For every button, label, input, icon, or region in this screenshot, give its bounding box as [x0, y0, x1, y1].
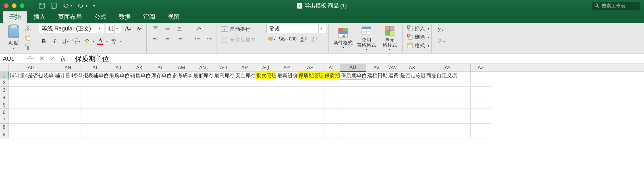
cell-AO7[interactable]: [213, 116, 234, 124]
cell-AP3[interactable]: [234, 87, 255, 94]
cell-AT9[interactable]: [323, 131, 340, 138]
cell-AV6[interactable]: [366, 109, 387, 116]
cell-AI5[interactable]: [82, 101, 108, 109]
cell-AX1[interactable]: 是否走冻链: [399, 72, 425, 79]
autosum-button[interactable]: Σ▾: [436, 26, 445, 34]
cell-AG7[interactable]: [9, 116, 54, 124]
cell-AW9[interactable]: [387, 131, 399, 138]
cell-AM6[interactable]: [171, 109, 192, 116]
cell-AO8[interactable]: [213, 124, 234, 131]
minimize-window[interactable]: [12, 3, 16, 8]
tab-审阅[interactable]: 审阅: [137, 11, 161, 23]
column-header-AZ[interactable]: AZ: [471, 64, 491, 71]
column-header-AX[interactable]: AX: [399, 64, 425, 71]
percent-button[interactable]: %: [277, 35, 287, 43]
accept-formula-button[interactable]: ✓: [50, 55, 55, 62]
cell-AV7[interactable]: [366, 116, 387, 124]
cell-AX8[interactable]: [399, 124, 425, 131]
formula-input[interactable]: 保质期单位: [70, 54, 109, 63]
cell-AG1[interactable]: 辅计量4是否包装单位: [9, 72, 54, 79]
cell-AQ6[interactable]: [255, 109, 276, 116]
cell-AI1[interactable]: 报表辅单位: [82, 72, 108, 79]
cell-AM3[interactable]: [171, 87, 192, 94]
cell-AW5[interactable]: [387, 101, 399, 109]
cell-AT8[interactable]: [323, 124, 340, 131]
column-header-AL[interactable]: AL: [150, 64, 171, 71]
cell-AH8[interactable]: [54, 124, 82, 131]
cell-AL3[interactable]: [150, 87, 171, 94]
cell-AG9[interactable]: [9, 131, 54, 138]
cell-AT4[interactable]: [323, 94, 340, 101]
redo-button[interactable]: ▾: [78, 3, 88, 8]
cell-AZ7[interactable]: [471, 116, 491, 124]
cell-AI9[interactable]: [82, 131, 108, 138]
cell-AN7[interactable]: [192, 116, 213, 124]
conditional-format-button[interactable]: ≠ 条件格式▾: [333, 26, 354, 49]
cell-AS4[interactable]: [297, 94, 323, 101]
clear-button[interactable]: ▾: [436, 37, 445, 46]
spreadsheet-grid[interactable]: 1辅计量4是否包装单位辅计量4条码报表辅单位采购单位销售单位库存单位参考成本最低…: [0, 72, 644, 138]
select-all-triangle[interactable]: [0, 64, 9, 71]
cell-AZ5[interactable]: [471, 101, 491, 109]
cell-AX6[interactable]: [399, 109, 425, 116]
decrease-font-button[interactable]: A▾: [134, 24, 144, 33]
wrap-text-button[interactable]: 自动换行: [221, 26, 250, 32]
increase-font-button[interactable]: A▴: [123, 24, 133, 33]
cell-AM5[interactable]: [171, 101, 192, 109]
cell-AJ1[interactable]: 采购单位: [108, 72, 129, 79]
tab-页面布局[interactable]: 页面布局: [52, 11, 88, 23]
cell-AX9[interactable]: [399, 131, 425, 138]
row-header-8[interactable]: 8: [0, 124, 9, 131]
cell-AQ4[interactable]: [255, 94, 276, 101]
cell-AT5[interactable]: [323, 101, 340, 109]
cell-AZ6[interactable]: [471, 109, 491, 116]
row-header-4[interactable]: 4: [0, 94, 9, 101]
column-header-AT[interactable]: AT: [323, 64, 340, 71]
cell-AV2[interactable]: [366, 79, 387, 87]
cell-AZ2[interactable]: [471, 79, 491, 87]
cell-AU7[interactable]: [340, 116, 366, 124]
tab-视图[interactable]: 视图: [161, 11, 186, 23]
cell-AG3[interactable]: [9, 87, 54, 94]
cell-AR5[interactable]: [276, 101, 297, 109]
cell-AU2[interactable]: [340, 79, 366, 87]
cell-AX4[interactable]: [399, 94, 425, 101]
increase-decimal-button[interactable]: .0.00: [299, 35, 308, 43]
font-name-combo[interactable]: 等线 Regular (正文)▾: [39, 24, 104, 33]
column-header-AP[interactable]: AP: [234, 64, 255, 71]
cell-AH4[interactable]: [54, 94, 82, 101]
cell-AO9[interactable]: [213, 131, 234, 138]
insert-cells-button[interactable]: + 插入▾: [407, 25, 429, 32]
cell-styles-button[interactable]: 单元 格样式▾: [379, 24, 400, 51]
cell-AR6[interactable]: [276, 109, 297, 116]
cell-AY2[interactable]: [425, 79, 471, 87]
cell-AK1[interactable]: 销售单位: [129, 72, 150, 79]
cell-AK3[interactable]: [129, 87, 150, 94]
cell-AZ4[interactable]: [471, 94, 491, 101]
fx-icon[interactable]: fx: [61, 55, 65, 62]
column-header-AU[interactable]: AU: [340, 64, 366, 71]
cell-AT2[interactable]: [323, 79, 340, 87]
cell-AG5[interactable]: [9, 101, 54, 109]
cell-AP5[interactable]: [234, 101, 255, 109]
cell-AL6[interactable]: [150, 109, 171, 116]
cut-button[interactable]: [24, 25, 32, 32]
column-header-AQ[interactable]: AQ: [255, 64, 276, 71]
format-cells-button[interactable]: 格式▾: [407, 42, 429, 49]
cell-AH9[interactable]: [54, 131, 82, 138]
cell-AZ9[interactable]: [471, 131, 491, 138]
cell-AJ6[interactable]: [108, 109, 129, 116]
underline-button[interactable]: U▾: [61, 37, 70, 46]
cell-AP9[interactable]: [234, 131, 255, 138]
cell-AV1[interactable]: 建档日期: [366, 72, 387, 79]
align-bottom-button[interactable]: [174, 24, 184, 32]
cell-AY4[interactable]: [425, 94, 471, 101]
cell-AU9[interactable]: [340, 131, 366, 138]
autosave-toggle[interactable]: [39, 3, 45, 9]
cell-AP8[interactable]: [234, 124, 255, 131]
cell-AP7[interactable]: [234, 116, 255, 124]
row-header-1[interactable]: 1: [0, 72, 9, 79]
search-sheet-input[interactable]: 搜索工作表: [592, 2, 640, 10]
cell-AI8[interactable]: [82, 124, 108, 131]
cell-AY7[interactable]: [425, 116, 471, 124]
